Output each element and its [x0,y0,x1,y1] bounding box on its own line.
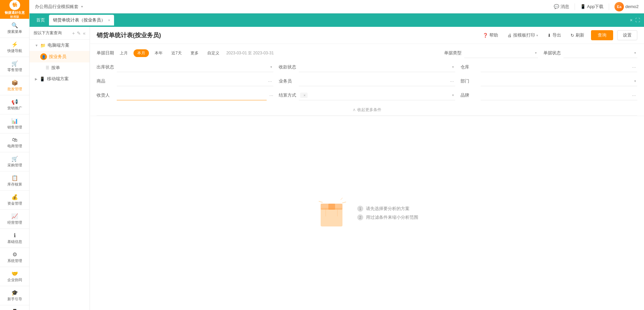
settings-button[interactable]: 设置 [617,30,637,40]
sidebar-item-search[interactable]: 🔍 搜索菜单 [0,19,29,38]
empty-state: 1 请先选择要分析的方案 2 用过滤条件来缩小分析范围 [90,116,644,310]
sidebar-item-inventory[interactable]: 📋 库存核算 [0,171,29,191]
settlement-select[interactable]: × ▾ [299,90,455,100]
help-button[interactable]: ❓ 帮助 [480,31,501,40]
sidebar-item-finance[interactable]: 💰 资金管理 [0,191,29,210]
settlement-tag-close[interactable]: × [304,93,306,97]
date-label: 单据日期 [97,50,114,56]
salesperson-label: 业务员 [279,78,296,84]
wholesale-icon: 📦 [1,80,28,86]
brand-ellipsis[interactable]: ··· [632,93,636,98]
sidebar-item-purchase[interactable]: 🛒 采购管理 [0,152,29,171]
query-button[interactable]: 查询 [591,30,613,40]
tree-node-salesperson[interactable]: 👤 按业务员 [30,51,90,62]
sidebar-item-system[interactable]: ⚙ 系统管理 [0,248,29,267]
receiver-input[interactable] [117,90,267,100]
breadcrumb-dropdown-icon[interactable]: ▾ [81,5,83,8]
print-dropdown-icon: ▾ [536,34,538,37]
sidebar-item-ecommerce[interactable]: 🛍 电商管理 [0,134,29,152]
retail-icon: 🛒 [1,60,28,67]
refresh-button[interactable]: ↻ 刷新 [568,31,587,40]
doc-status-label: 单据状态 [543,50,561,56]
date-last-month[interactable]: 上月 [117,49,131,57]
doc-status-arrow-icon: ▾ [634,51,636,55]
sidebar-item-newguide[interactable]: 🎓 新手引导 [0,286,29,305]
page-title: 销货单统计表(按业务员) [97,31,161,39]
collapse-bar[interactable]: ∧ 收起更多条件 [97,104,637,116]
receiver-ellipsis[interactable]: ··· [269,93,273,98]
sidebar-item-sales[interactable]: 📊 销售管理 [0,114,29,134]
left-panel-header: 按以下方案查询 + ✎ « [30,27,90,40]
collapse-arrow-icon: ∧ [353,107,356,112]
shipment-select[interactable]: ▾ [117,62,273,72]
collapse-panel-button[interactable]: « [83,31,86,36]
sidebar-item-retail[interactable]: 🛒 零售管理 [0,57,29,76]
goods-label: 商品 [97,78,114,84]
salesperson-select[interactable]: ··· [299,76,455,86]
tab-close-icon[interactable]: × [108,18,110,22]
print-button[interactable]: 🖨 按模板打印 ▾ [505,31,541,40]
sidebar-item-enterprise[interactable]: 🤝 企业协同 [0,267,29,286]
sidebar-item-operations[interactable]: 📈 经营管理 [0,210,29,229]
add-scheme-button[interactable]: + [72,31,75,36]
filter-row-1: 单据日期 上月 本月 本年 近7天 更多 自定义 2023-03-01 至 20… [97,48,637,58]
tree-desktop-section[interactable]: ▼ 📁 电脑端方案 [30,40,90,51]
left-panel: 按以下方案查询 + ✎ « ▼ 📁 电脑端方案 👤 按业务员 ☰ [30,27,90,310]
app-download-button[interactable]: 📱 App下载 [580,4,603,10]
svg-rect-0 [321,208,342,226]
filter-date: 单据日期 上月 本月 本年 近7天 更多 自定义 2023-03-01 至 20… [97,49,439,57]
tab-home[interactable]: 首页 [32,15,49,25]
date-this-month[interactable]: 本月 [133,49,149,57]
date-this-year[interactable]: 本年 [152,49,166,57]
filter-warehouse: 仓库 ··· [461,62,637,72]
sidebar-item-wholesale[interactable]: 📦 批发管理 [0,76,29,95]
salesperson-ellipsis[interactable]: ··· [450,79,454,84]
divider [575,3,575,10]
edit-scheme-button[interactable]: ✎ [77,31,81,36]
dept-label: 部门 [461,78,478,84]
page-title-bar: 销货单统计表(按业务员) ❓ 帮助 🖨 按模板打印 ▾ ⬇ 导出 [90,27,644,44]
sidebar: 畅 畅捷通好生意标准版 🔍 搜索菜单 ⚡ 快捷导航 🛒 零售管理 📦 批发管理 … [0,0,30,310]
tree-mobile-section[interactable]: ▶ 📱 移动端方案 [30,73,90,85]
sidebar-item-shortcut[interactable]: ⚡ 快捷导航 [0,38,29,57]
date-7days[interactable]: 近7天 [168,49,185,57]
settlement-arrow-icon: ▾ [452,93,454,97]
finance-icon: 💰 [1,194,28,200]
sidebar-item-marketing[interactable]: 📢 营销推广 [0,95,29,114]
brand-select[interactable]: ··· [481,90,637,100]
date-custom[interactable]: 自定义 [204,49,222,57]
sidebar-item-apps[interactable]: 📱 应用中心 [0,305,29,310]
window-close-icon[interactable]: × [630,17,633,23]
warehouse-select[interactable]: ··· [481,62,637,72]
payment-select[interactable]: ▾ [299,62,455,72]
empty-text: 1 请先选择要分析的方案 2 用过滤条件来缩小分析范围 [357,206,418,220]
filter-row-2: 出库状态 ▾ 收款状态 ▾ 仓库 [97,62,637,72]
doc-status-select[interactable]: ▾ [564,48,637,58]
order-node-icon: ☰ [46,65,49,70]
tree-node-by-order[interactable]: ☰ 按单 [30,62,90,73]
settlement-label: 结算方式 [279,92,296,98]
goods-ellipsis[interactable]: ··· [268,79,272,84]
warehouse-ellipsis[interactable]: ··· [632,64,636,70]
filter-salesperson: 业务员 ··· [279,76,455,86]
logo-text: 畅捷通好生意标准版 [5,11,25,19]
message-icon: 💬 [554,4,559,9]
messages-button[interactable]: 💬 消息 [554,4,569,10]
phone-icon: 📱 [580,4,586,9]
doc-type-select[interactable]: ▾ [464,48,538,58]
window-maximize-icon[interactable]: ⛶ [635,17,640,23]
goods-select[interactable]: ··· [117,76,273,86]
empty-illustration [316,196,349,230]
tab-active[interactable]: 销货单统计表（按业务员） × [49,15,114,25]
date-more[interactable]: 更多 [187,49,202,57]
brand-label: 品牌 [461,92,478,98]
tree-arrow-icon: ▼ [35,44,38,47]
dept-select[interactable]: ▾ [481,76,637,86]
export-button[interactable]: ⬇ 导出 [545,31,564,40]
system-icon: ⚙ [1,251,28,258]
sidebar-item-basic[interactable]: ℹ 基础信息 [0,229,29,248]
apps-icon: 📱 [1,309,28,310]
tab-bar: 首页 销货单统计表（按业务员） × × ⛶ [30,13,644,27]
filter-brand: 品牌 ··· [461,90,637,100]
user-menu[interactable]: Ea demo2 [614,2,639,11]
